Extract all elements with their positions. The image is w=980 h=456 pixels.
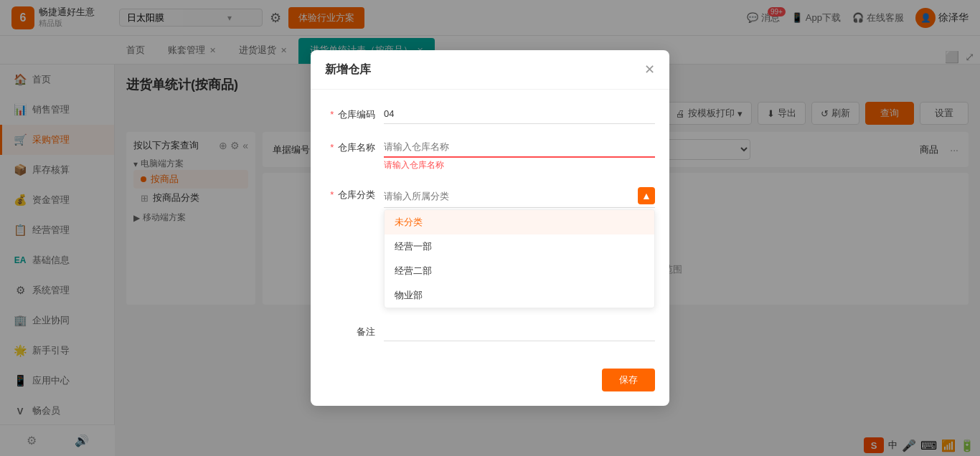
modal-title: 新增仓库	[325, 62, 371, 77]
category-input-wrap: ▲	[384, 184, 655, 208]
code-label: * 仓库编码	[325, 104, 375, 121]
form-row-category: * 仓库分类 ▲ 未分类 经营一部 经营二部 物业部	[325, 184, 655, 308]
dropdown-item-uncategorized[interactable]: 未分类	[385, 210, 654, 234]
modal-overlay: 新增仓库 ✕ * 仓库编码 * 仓库名称	[0, 0, 980, 456]
category-input[interactable]	[384, 191, 638, 201]
dropdown-item-dept1[interactable]: 经营一部	[385, 234, 654, 259]
modal-footer: 保存	[311, 361, 669, 406]
dropdown-item-dept2[interactable]: 经营二部	[385, 259, 654, 283]
notes-input[interactable]	[384, 321, 655, 341]
code-input[interactable]	[384, 104, 655, 124]
name-error-message: 请输入仓库名称	[384, 159, 655, 171]
name-label: * 仓库名称	[325, 137, 375, 154]
save-button[interactable]: 保存	[602, 369, 655, 391]
form-row-name: * 仓库名称 请输入仓库名称	[325, 137, 655, 171]
category-dropdown: 未分类 经营一部 经营二部 物业部	[384, 209, 655, 308]
form-row-code: * 仓库编码	[325, 104, 655, 124]
dropdown-item-dept3[interactable]: 物业部	[385, 283, 654, 308]
modal-close-icon[interactable]: ✕	[644, 62, 655, 77]
notes-label: 备注	[325, 321, 375, 338]
new-warehouse-modal: 新增仓库 ✕ * 仓库编码 * 仓库名称	[311, 50, 669, 406]
form-row-notes: 备注	[325, 321, 655, 341]
category-chevron-up-icon[interactable]: ▲	[638, 187, 655, 204]
name-input[interactable]	[384, 137, 655, 158]
modal-header: 新增仓库 ✕	[311, 50, 669, 90]
category-label: * 仓库分类	[325, 184, 375, 201]
modal-body: * 仓库编码 * 仓库名称 请输入仓库名称	[311, 90, 669, 361]
